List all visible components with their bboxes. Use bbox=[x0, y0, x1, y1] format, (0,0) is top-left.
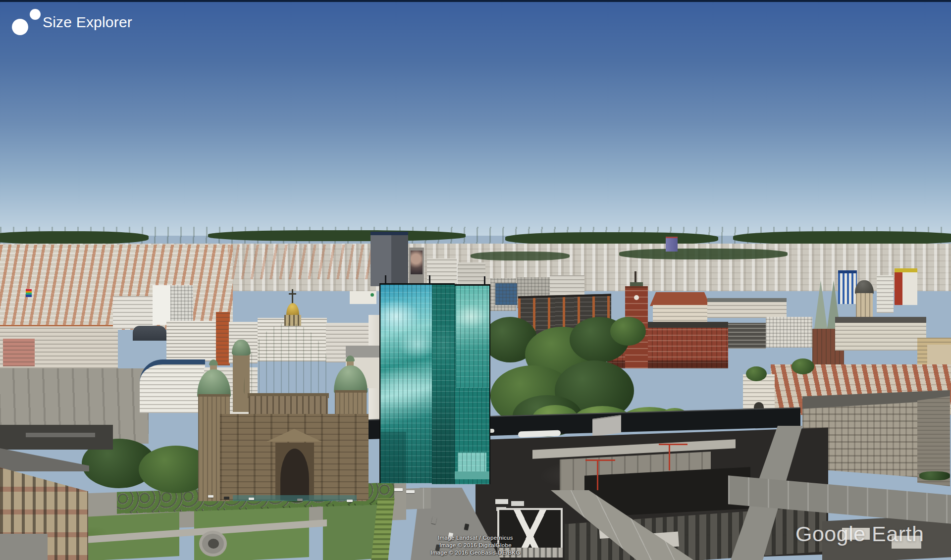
crane bbox=[669, 445, 670, 470]
bus bbox=[406, 490, 415, 493]
crane-jib bbox=[585, 459, 615, 461]
palace-red-roof bbox=[650, 292, 710, 306]
blue-striped-tower bbox=[838, 270, 857, 304]
tree bbox=[746, 366, 767, 381]
truck-row bbox=[26, 433, 95, 437]
bus bbox=[394, 488, 403, 491]
museum-forecourt bbox=[0, 534, 48, 560]
earth-3d-viewport[interactable]: Size Explorer Image Landsat / Copernicus… bbox=[0, 0, 951, 560]
rainbow-billboard bbox=[26, 289, 32, 297]
bridge bbox=[592, 415, 621, 437]
crane-jib bbox=[659, 444, 687, 445]
cathedral-cross-bar bbox=[289, 293, 296, 295]
mid-park-band bbox=[619, 249, 788, 259]
fountain-center bbox=[208, 539, 219, 549]
app-logo: Size Explorer bbox=[10, 6, 158, 39]
car bbox=[249, 498, 254, 500]
car bbox=[347, 500, 353, 502]
truck-roof-band bbox=[0, 425, 113, 450]
top-edge-line bbox=[0, 0, 951, 2]
attribution-line: Image © 2016 DigitalGlobe bbox=[352, 542, 599, 549]
tree bbox=[792, 358, 814, 374]
curved-white-building bbox=[140, 359, 205, 413]
white-highrise-left-face bbox=[153, 285, 170, 325]
hedge bbox=[919, 471, 950, 480]
white-slab bbox=[427, 258, 457, 284]
white-highrise-right-face bbox=[170, 285, 193, 326]
arcade-building bbox=[707, 298, 787, 318]
glass-tower-mid-face bbox=[432, 283, 455, 484]
orange-tower bbox=[216, 312, 230, 365]
dark-highrise-tower bbox=[370, 232, 408, 286]
crane bbox=[597, 460, 598, 490]
mural-art bbox=[411, 251, 423, 274]
glass-tower-right-upper-panel bbox=[456, 286, 489, 388]
attribution-line: Image © 2016 GeoBasis-DE/BKG bbox=[352, 549, 599, 557]
salmon-building bbox=[3, 339, 35, 366]
logo-small-circle-icon bbox=[30, 9, 41, 20]
glass-tower-base-strip bbox=[455, 471, 489, 479]
forest-band bbox=[733, 231, 951, 245]
forest-band bbox=[208, 230, 466, 241]
attribution-line: Image Landsat / Copernicus bbox=[352, 534, 599, 542]
stadthaus-body bbox=[835, 317, 926, 351]
glass-tower-left-step-shade bbox=[380, 432, 406, 482]
app-title: Size Explorer bbox=[43, 14, 132, 31]
google-earth-watermark: Google Earth bbox=[795, 522, 924, 546]
green-logo bbox=[370, 293, 374, 297]
forest-band bbox=[0, 231, 149, 244]
distant-orange-roof-mid bbox=[228, 245, 391, 279]
container bbox=[495, 499, 508, 504]
white-slab bbox=[766, 317, 812, 348]
dark-glass-roof-building bbox=[133, 326, 166, 341]
logo-big-circle-icon bbox=[12, 19, 28, 35]
white-slab bbox=[458, 262, 485, 285]
imagery-attribution: Image Landsat / Copernicus Image © 2016 … bbox=[352, 534, 599, 557]
rathaus-clock bbox=[634, 295, 639, 300]
mid-park-band bbox=[471, 252, 570, 260]
blue-glass-block bbox=[495, 283, 517, 305]
glass-tower-right-light-panel bbox=[458, 453, 486, 471]
car bbox=[297, 499, 303, 501]
boat bbox=[518, 430, 561, 437]
distant-tower-purple bbox=[666, 237, 678, 252]
white-slab bbox=[113, 296, 155, 329]
white-tower bbox=[877, 275, 894, 313]
dark-slab bbox=[728, 323, 766, 349]
tree-cluster bbox=[610, 317, 646, 346]
red-yellow-tower-stripe bbox=[895, 272, 902, 305]
car bbox=[224, 497, 229, 499]
car bbox=[208, 495, 213, 498]
container bbox=[511, 501, 524, 506]
